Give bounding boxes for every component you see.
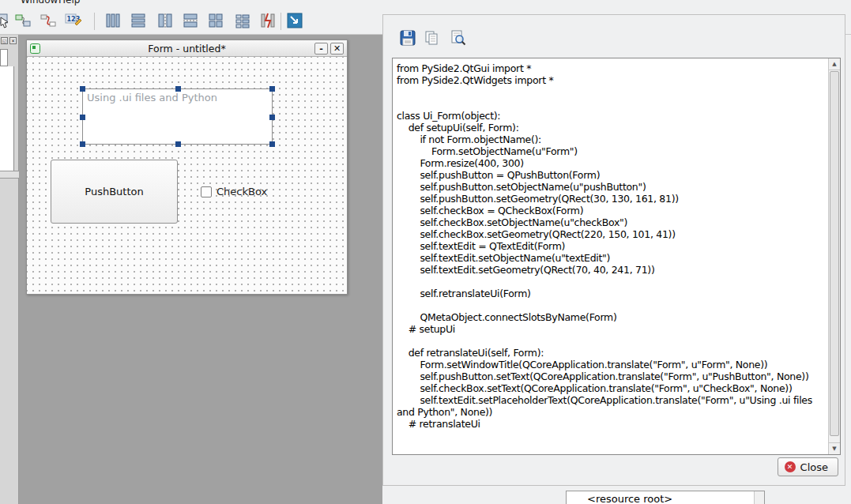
find-icon[interactable] <box>448 28 469 48</box>
code-viewer-dialog: from PySide2.QtGui import *from PySide2.… <box>382 14 845 486</box>
textedit-placeholder-text: Using .ui files and Python <box>87 92 217 103</box>
checkbox-widget[interactable]: CheckBox <box>201 175 281 208</box>
checkbox-label: CheckBox <box>217 186 267 197</box>
dock-splitter[interactable] <box>0 171 19 179</box>
code-line: self.textEdit.setGeometry(QRect(70, 40, … <box>397 264 826 276</box>
left-dock-fragment: ◱ ✕ <box>0 35 19 504</box>
code-view[interactable]: from PySide2.QtGui import *from PySide2.… <box>392 58 841 455</box>
dock-float-icon[interactable]: ◱ <box>1 37 8 44</box>
form-canvas[interactable]: Using .ui files and Python PushButton Ch… <box>27 57 347 294</box>
code-line: def setupUi(self, Form): <box>397 122 826 134</box>
scroll-down-icon[interactable]: ▼ <box>829 442 840 454</box>
edit-widgets-icon[interactable] <box>0 10 13 31</box>
selection-handle[interactable] <box>269 141 275 147</box>
selection-handle[interactable] <box>269 115 275 120</box>
lay-out-in-form-layout-icon[interactable] <box>232 10 253 31</box>
minimize-button[interactable]: - <box>314 43 328 55</box>
code-line <box>397 86 826 98</box>
close-window-button[interactable]: ✕ <box>330 43 344 55</box>
code-line: self.pushButton = QPushButton(Form) <box>397 169 826 181</box>
code-line: self.textEdit.setPlaceholderText(QCoreAp… <box>397 394 826 406</box>
lay-out-horizontally-in-splitter-icon[interactable] <box>155 10 175 31</box>
code-line: QMetaObject.connectSlotsByName(Form) <box>397 311 826 323</box>
code-line: if not Form.objectName(): <box>397 134 826 145</box>
lay-out-vertically-in-splitter-icon[interactable] <box>180 10 201 31</box>
edit-signals-slots-icon[interactable] <box>13 10 33 31</box>
toolbar-separator <box>281 13 281 30</box>
form-window-title: Form - untitled* <box>27 43 347 55</box>
menu-window[interactable]: Window <box>21 0 58 6</box>
code-line: # setupUi <box>397 323 826 335</box>
pushbutton-widget[interactable]: PushButton <box>51 160 178 224</box>
code-line: self.pushButton.setGeometry(QRect(30, 13… <box>397 193 826 205</box>
dock-filter-fragment[interactable] <box>0 49 8 66</box>
save-icon[interactable] <box>397 28 418 48</box>
code-view-lines: from PySide2.QtGui import *from PySide2.… <box>393 58 827 454</box>
lay-out-horizontally-icon[interactable] <box>103 10 123 31</box>
code-line: self.textEdit = QTextEdit(Form) <box>397 240 826 252</box>
toolbar-separator <box>94 13 95 30</box>
code-line <box>397 98 826 110</box>
form-designer-window[interactable]: Form - untitled* - ✕ Using .ui files and… <box>26 39 348 295</box>
code-line: self.pushButton.setObjectName(u"pushButt… <box>397 181 826 193</box>
selection-handle[interactable] <box>175 141 181 147</box>
menubar: Window Help <box>0 0 851 6</box>
widget-box-fragment <box>0 66 14 171</box>
checkbox-indicator[interactable] <box>201 186 212 197</box>
code-line: self.pushButton.setText(QCoreApplication… <box>397 370 826 382</box>
close-button-label: Close <box>800 461 828 473</box>
code-line: self.checkBox.setObjectName(u"checkBox") <box>397 216 826 228</box>
code-line: self.retranslateUi(Form) <box>397 288 826 299</box>
code-line: Form.setObjectName(u"Form") <box>397 145 826 157</box>
code-line: from PySide2.QtGui import * <box>397 62 826 74</box>
code-line: self.textEdit.setObjectName(u"textEdit") <box>397 252 826 264</box>
code-line: # retranslateUi <box>397 418 826 430</box>
edit-buddies-icon[interactable] <box>38 10 58 31</box>
close-button[interactable]: ✕ Close <box>778 457 838 476</box>
scroll-up-icon[interactable]: ▲ <box>829 58 840 70</box>
resource-root-item[interactable]: <resource root> <box>587 493 672 504</box>
resource-browser-fragment: <resource root> <box>566 491 765 504</box>
selection-handle[interactable] <box>175 86 181 92</box>
selection-handle[interactable] <box>80 141 85 147</box>
textedit-widget[interactable]: Using .ui files and Python <box>82 88 273 145</box>
code-line <box>397 276 826 288</box>
lay-out-vertically-icon[interactable] <box>128 10 149 31</box>
code-line: def retranslateUi(self, Form): <box>397 347 826 359</box>
code-line <box>397 335 826 347</box>
code-line: self.checkBox = QCheckBox(Form) <box>397 205 826 216</box>
code-line: and Python", None)) <box>397 406 826 418</box>
qt-designer-screen: Window Help 123 <box>0 0 851 504</box>
selection-handle[interactable] <box>80 115 85 120</box>
lay-out-in-grid-icon[interactable] <box>205 10 226 31</box>
form-window-titlebar[interactable]: Form - untitled* - ✕ <box>27 40 347 57</box>
edit-tab-order-icon[interactable]: 123 <box>63 10 84 31</box>
break-layout-icon[interactable] <box>258 10 278 31</box>
menu-help[interactable]: Help <box>58 0 80 6</box>
resource-scrollbar[interactable] <box>754 491 764 504</box>
dock-close-icon[interactable]: ✕ <box>9 37 17 44</box>
adjust-size-icon[interactable] <box>284 10 305 31</box>
code-scrollbar[interactable]: ▲ ▼ <box>828 58 840 454</box>
scrollbar-thumb[interactable] <box>830 71 839 436</box>
code-line: self.checkBox.setText(QCoreApplication.t… <box>397 382 826 394</box>
code-line: from PySide2.QtWidgets import * <box>397 74 826 86</box>
copy-icon[interactable] <box>421 28 442 48</box>
code-line: Form.resize(400, 300) <box>397 157 826 169</box>
close-button-icon: ✕ <box>785 461 796 472</box>
code-line: Form.setWindowTitle(QCoreApplication.tra… <box>397 359 826 370</box>
selection-handle[interactable] <box>80 86 85 92</box>
code-line: self.checkBox.setGeometry(QRect(220, 150… <box>397 228 826 240</box>
code-line <box>397 299 826 311</box>
code-line: class Ui_Form(object): <box>397 110 826 122</box>
selection-handle[interactable] <box>269 86 275 92</box>
